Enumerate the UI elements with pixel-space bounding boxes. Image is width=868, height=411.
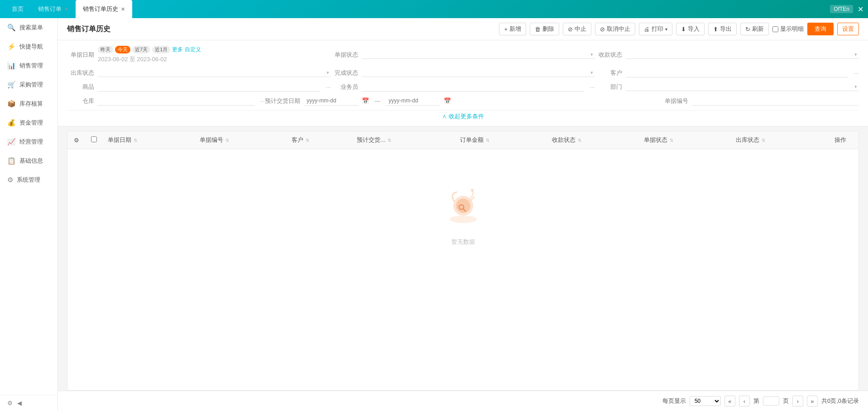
th-settings[interactable]: ⚙ xyxy=(67,131,86,149)
th-receipt-status: 收款状态 ⇅ xyxy=(547,131,638,149)
th-no: 单据编号 ⇅ xyxy=(194,131,286,149)
inventory-icon: 📦 xyxy=(7,100,16,108)
sidebar-settings-icon[interactable]: ⚙ xyxy=(7,400,13,406)
cancel-stop-button[interactable]: ⊘ 取消中止 xyxy=(595,23,635,35)
filter-goods-item: 商品 ··· xyxy=(67,82,331,92)
th-customer-label: 客户 xyxy=(292,136,303,143)
sidebar-item-system-mgmt-label: 系统管理 xyxy=(17,176,40,184)
refresh-button[interactable]: ↻ 刷新 xyxy=(740,23,769,35)
tab-sales-order-close[interactable]: ✕ xyxy=(64,6,68,12)
filter-bill-status-select[interactable]: ▾ xyxy=(362,51,595,59)
topbar-close-icon[interactable]: ✕ xyxy=(858,5,863,14)
sidebar-item-inventory-label: 库存核算 xyxy=(19,100,43,108)
filter-customer-input[interactable] xyxy=(626,68,848,77)
filter-receipt-status-label: 收款状态 xyxy=(595,51,622,59)
filter-complete-status-select[interactable]: ▾ xyxy=(362,69,595,77)
collapse-label: ∧ 收起更多条件 xyxy=(442,113,484,120)
goto-after: 页 xyxy=(783,397,789,405)
next-page-button[interactable]: › xyxy=(792,396,803,406)
select-all-checkbox[interactable] xyxy=(91,136,97,142)
finance-icon: 💰 xyxy=(7,119,16,127)
sidebar-item-purchase-mgmt-label: 采购管理 xyxy=(19,81,43,89)
tab-sales-order-history-close[interactable]: ✕ xyxy=(121,6,125,12)
date-7days[interactable]: 近7天 xyxy=(132,46,150,53)
table-settings-icon[interactable]: ⚙ xyxy=(74,137,79,144)
sidebar-item-search-menu-label: 搜索菜单 xyxy=(19,24,43,32)
delivery-end-cal-icon[interactable]: 📅 xyxy=(444,97,451,104)
date-more[interactable]: 更多 xyxy=(172,46,183,53)
page-size-select[interactable]: 20 50 100 xyxy=(690,396,721,406)
collapse-row[interactable]: ∧ 收起更多条件 xyxy=(67,110,859,121)
search-menu-icon: 🔍 xyxy=(7,24,16,32)
warehouse-dots-btn[interactable]: ··· xyxy=(260,97,265,105)
date-custom[interactable]: 自定义 xyxy=(185,46,201,53)
filter-receipt-status-select[interactable]: ▾ xyxy=(626,51,859,59)
sidebar-collapse-icon[interactable]: ◀ xyxy=(17,400,22,406)
filter-delivery-start-input[interactable] xyxy=(304,96,358,106)
print-button[interactable]: 🖨 打印 ▾ xyxy=(639,23,672,35)
th-amount: 订单金额 ⇅ xyxy=(455,131,547,149)
th-out-status-sort-icon[interactable]: ⇅ xyxy=(762,138,765,143)
filter-warehouse-input[interactable] xyxy=(98,96,254,106)
th-out-status-label: 出库状态 xyxy=(736,136,759,143)
import-button[interactable]: ⬇ 导入 xyxy=(676,23,705,35)
filter-out-status-select[interactable]: ▾ xyxy=(98,69,331,77)
th-date-sort-icon[interactable]: ⇅ xyxy=(134,138,137,143)
filter-delivery-end-input[interactable] xyxy=(386,96,440,106)
sidebar-item-operations[interactable]: 📈 经营管理 xyxy=(0,132,58,151)
th-bill-status-sort-icon[interactable]: ⇅ xyxy=(670,138,673,143)
filter-warehouse-label: 仓库 xyxy=(67,97,94,105)
salesperson-dots-btn[interactable]: ··· xyxy=(590,83,595,91)
basic-info-icon: 📋 xyxy=(7,157,16,165)
filter-salesperson-input[interactable] xyxy=(362,82,584,92)
date-range-display: 2023-06-02 至 2023-06-02 xyxy=(98,55,331,63)
th-delivery-sort-icon[interactable]: ⇅ xyxy=(388,138,391,143)
date-yesterday[interactable]: 昨天 xyxy=(98,46,113,53)
filter-delivery-item: 预计交货日期 📅 — 📅 xyxy=(265,96,661,106)
prev-page-button[interactable]: ‹ xyxy=(739,396,750,406)
th-no-sort-icon[interactable]: ⇅ xyxy=(225,138,229,143)
goods-dots-btn[interactable]: ··· xyxy=(326,83,331,91)
sidebar-item-search-menu[interactable]: 🔍 搜索菜单 xyxy=(0,18,58,37)
filter-goods-input[interactable] xyxy=(98,82,320,92)
filter-bill-status-item: 单据状态 ▾ xyxy=(331,51,595,59)
delete-icon: 🗑 xyxy=(535,26,541,33)
filter-bill-no-input[interactable] xyxy=(692,96,859,106)
last-page-button[interactable]: » xyxy=(807,396,818,406)
filter-out-status-item: 出库状态 ▾ xyxy=(67,69,331,77)
first-page-icon: « xyxy=(728,398,731,405)
delivery-start-cal-icon[interactable]: 📅 xyxy=(362,97,369,104)
sidebar-item-purchase-mgmt[interactable]: 🛒 采购管理 xyxy=(0,75,58,94)
delete-button[interactable]: 🗑 删除 xyxy=(530,23,559,35)
th-bill-status: 单据状态 ⇅ xyxy=(638,131,730,149)
sidebar-item-basic-info[interactable]: 📋 基础信息 xyxy=(0,151,58,170)
date-1month[interactable]: 近1月 xyxy=(152,46,170,53)
th-receipt-status-sort-icon[interactable]: ⇅ xyxy=(578,138,581,143)
tab-sales-order[interactable]: 销售订单 ✕ xyxy=(31,0,76,18)
display-cols-checkbox[interactable] xyxy=(772,26,778,32)
settings-button[interactable]: 设置 xyxy=(837,23,859,35)
customer-dots-btn[interactable]: ··· xyxy=(854,69,859,77)
th-checkbox[interactable] xyxy=(86,131,102,149)
tab-home[interactable]: 首页 xyxy=(5,0,31,18)
sidebar-item-finance[interactable]: 💰 资金管理 xyxy=(0,113,58,132)
th-amount-sort-icon[interactable]: ⇅ xyxy=(486,138,489,143)
first-page-button[interactable]: « xyxy=(724,396,735,406)
display-cols-toggle[interactable]: 显示明细 xyxy=(772,25,804,33)
stop-button[interactable]: ⊘ 中止 xyxy=(563,23,591,35)
new-button[interactable]: + 新增 xyxy=(499,23,526,35)
sidebar-item-quick-nav[interactable]: ⚡ 快捷导航 xyxy=(0,37,58,56)
filter-dept-item: 部门 ▾ xyxy=(595,83,859,91)
filter-dept-select[interactable]: ▾ xyxy=(626,83,859,91)
query-button[interactable]: 查询 xyxy=(807,23,834,35)
sidebar-item-inventory[interactable]: 📦 库存核算 xyxy=(0,94,58,113)
top-bar-right: OfTEn ✕ xyxy=(830,5,863,14)
tab-sales-order-history[interactable]: 销售订单历史 ✕ xyxy=(76,0,132,18)
sidebar-item-system-mgmt[interactable]: ⚙ 系统管理 xyxy=(0,170,58,189)
date-today[interactable]: 今天 xyxy=(115,46,130,53)
current-page-input[interactable]: 1 xyxy=(763,396,779,406)
th-customer-sort-icon[interactable]: ⇅ xyxy=(306,138,309,143)
th-delivery-label: 预计交货... xyxy=(357,136,385,143)
sidebar-item-sales-mgmt[interactable]: 📊 销售管理 xyxy=(0,56,58,75)
export-button[interactable]: ⬆ 导出 xyxy=(708,23,737,35)
